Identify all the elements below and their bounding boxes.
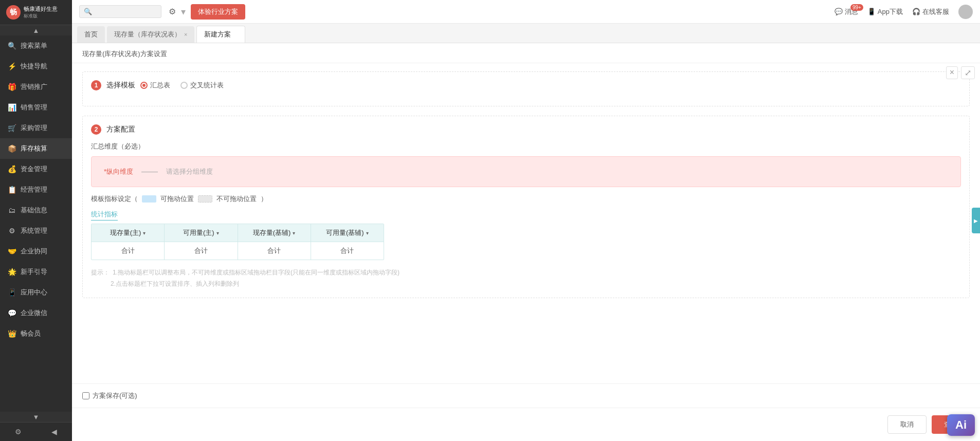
sidebar-item-newbie[interactable]: 🌟 新手引导 [0, 262, 72, 282]
sidebar-scroll-up[interactable]: ▲ [0, 25, 72, 35]
sidebar-item-wechat[interactable]: 💬 企业微信 [0, 303, 72, 323]
sidebar-scroll-down[interactable]: ▼ [0, 412, 72, 422]
step2: 2 方案配置 汇总维度（必选） *纵向维度 —— 请选择分组维度 模板指标设定（… [82, 116, 970, 298]
dimension-arrow: —— [141, 167, 158, 176]
search-box[interactable]: 🔍 [79, 5, 161, 18]
sidebar-item-inventory[interactable]: 📦 库存核算 [0, 138, 72, 159]
app-download-button[interactable]: 📱 App下载 [867, 7, 903, 16]
col-data-0: 合计 [92, 242, 165, 260]
sidebar-nav: 🔍 搜索菜单 ⚡ 快捷导航 🎁 营销推广 📊 销售管理 🛒 采购管理 📦 库存核… [0, 35, 72, 412]
radio-cross-label: 交叉统计表 [190, 81, 224, 90]
sidebar-item-marketing[interactable]: 🎁 营销推广 [0, 77, 72, 97]
col-data-2: 合计 [238, 242, 311, 260]
sidebar-item-label: 快捷导航 [21, 62, 47, 71]
col-chevron-3[interactable]: ▾ [366, 230, 369, 236]
sidebar-item-basic[interactable]: 🗂 基础信息 [0, 200, 72, 220]
sidebar-item-label: 应用中心 [21, 288, 47, 297]
tab-new-close[interactable]: × [234, 31, 237, 38]
trial-button[interactable]: 体验行业方案 [191, 4, 245, 20]
tips-title: 提示： [91, 267, 110, 279]
marketing-icon: 🎁 [7, 82, 16, 91]
sidebar-item-system[interactable]: ⚙ 系统管理 [0, 220, 72, 241]
dimension-placeholder: 请选择分组维度 [166, 167, 213, 176]
sidebar: 畅 畅康通好生意 标准版 ▲ 🔍 搜索菜单 ⚡ 快捷导航 🎁 营销推广 📊 销售… [0, 0, 72, 441]
save-checkbox[interactable] [82, 392, 89, 399]
sidebar-item-search[interactable]: 🔍 搜索菜单 [0, 35, 72, 56]
search-input[interactable] [94, 8, 151, 15]
sidebar-item-enterprise[interactable]: 🤝 企业协同 [0, 241, 72, 262]
window-resize-button[interactable]: ⤢ [961, 66, 975, 79]
col-data-3: 合计 [311, 242, 384, 260]
finance-icon: 💰 [7, 164, 16, 174]
inventory-icon: 📦 [7, 144, 16, 153]
sidebar-collapse-button[interactable]: ◀ [36, 422, 72, 441]
sidebar-item-label: 系统管理 [21, 226, 47, 235]
tab-inventory-close[interactable]: × [184, 31, 187, 38]
sidebar-item-shortcut[interactable]: ⚡ 快捷导航 [0, 56, 72, 77]
sidebar-item-label: 基础信息 [21, 206, 47, 215]
cancel-button[interactable]: 取消 [887, 415, 927, 434]
page-header: 现存量(库存状况表)方案设置 [72, 43, 980, 63]
app-edition: 标准版 [24, 13, 58, 20]
sidebar-item-purchase[interactable]: 🛒 采购管理 [0, 118, 72, 138]
aggregate-label: 汇总维度（必选） [91, 142, 961, 151]
col-header-0[interactable]: 现存量(主) ▾ [92, 224, 165, 242]
radio-cross[interactable]: 交叉统计表 [180, 81, 224, 90]
dropdown-arrow[interactable]: ▾ [181, 6, 186, 17]
ai-badge[interactable]: Ai [947, 414, 975, 436]
col-label-3: 可用量(基辅) [326, 228, 364, 237]
step2-title: 方案配置 [106, 125, 135, 134]
dimension-required: *纵向维度 [104, 167, 133, 176]
gear-icon[interactable]: ⚙ [169, 7, 176, 16]
basic-icon: 🗂 [7, 206, 16, 215]
headset-icon: 🎧 [912, 8, 920, 15]
col-header-3[interactable]: 可用量(基辅) ▾ [311, 224, 384, 242]
tab-inventory-status[interactable]: 现存量（库存状况表） × [107, 26, 194, 43]
app-icon: 📱 [867, 8, 876, 15]
window-close-button[interactable]: × [946, 66, 958, 79]
sidebar-item-appstore[interactable]: 📱 应用中心 [0, 282, 72, 303]
appstore-icon: 📱 [7, 288, 16, 297]
tab-home[interactable]: 首页 [77, 26, 105, 43]
operation-icon: 📋 [7, 185, 16, 194]
save-option: 方案保存(可选) [72, 383, 980, 408]
right-panel-toggle[interactable]: ▶ [972, 208, 980, 233]
online-service-button[interactable]: 🎧 在线客服 [912, 7, 949, 16]
template-label-end: ） [261, 194, 267, 204]
tip-1: 提示： 1.拖动标题栏可以调整布局，不可跨维度或指标区域拖动栏目字段(只能在同一… [91, 267, 961, 279]
sidebar-item-sales[interactable]: 📊 销售管理 [0, 97, 72, 118]
fixed-label: 不可拖动位置 [216, 194, 257, 204]
stats-section: 统计指标 现存量(主) ▾ 可用量(主) ▾ [91, 210, 961, 260]
sidebar-item-label: 销售管理 [21, 103, 47, 112]
tab-new-scheme[interactable]: 新建方案 × [196, 26, 245, 43]
dimension-box[interactable]: *纵向维度 —— 请选择分组维度 [91, 156, 961, 187]
sidebar-item-label: 企业协同 [21, 247, 47, 256]
col-header-1[interactable]: 可用量(主) ▾ [165, 224, 238, 242]
col-chevron-1[interactable]: ▾ [216, 230, 219, 236]
tip-2: 2.点击标题栏下拉可设置排序、插入列和删除列 [91, 279, 961, 290]
app-icon: 畅 [6, 5, 21, 20]
sidebar-item-finance[interactable]: 💰 资金管理 [0, 159, 72, 179]
col-chevron-0[interactable]: ▾ [143, 230, 146, 236]
step2-num: 2 [91, 124, 101, 135]
sidebar-item-member[interactable]: 👑 畅会员 [0, 323, 72, 344]
sidebar-item-label: 畅会员 [21, 329, 41, 338]
system-icon: ⚙ [7, 226, 16, 235]
topbar: 🔍 ⚙ ▾ 体验行业方案 💬 消息 99+ 📱 App下载 🎧 在线客服 [72, 0, 980, 24]
sidebar-item-operation[interactable]: 📋 经营管理 [0, 179, 72, 200]
message-button[interactable]: 💬 消息 99+ [834, 7, 858, 16]
sidebar-item-label: 新手引导 [21, 267, 47, 277]
panel: 1 选择模板 汇总表 交叉统计表 [72, 63, 980, 383]
template-label-text: 模板指标设定（ [91, 194, 138, 204]
radio-summary[interactable]: 汇总表 [140, 81, 170, 90]
col-chevron-2[interactable]: ▾ [293, 230, 295, 236]
avatar[interactable] [958, 5, 973, 19]
main-area: 🔍 ⚙ ▾ 体验行业方案 💬 消息 99+ 📱 App下载 🎧 在线客服 [72, 0, 980, 441]
col-header-2[interactable]: 现存量(基辅) ▾ [238, 224, 311, 242]
sidebar-item-label: 营销推广 [21, 82, 47, 91]
topbar-right: 💬 消息 99+ 📱 App下载 🎧 在线客服 [834, 5, 973, 19]
tip-1-text: 1.拖动标题栏可以调整布局，不可跨维度或指标区域拖动栏目字段(只能在同一维度或指… [113, 267, 400, 279]
sidebar-item-label: 企业微信 [21, 308, 47, 318]
sidebar-settings-button[interactable]: ⚙ [0, 422, 36, 441]
wechat-icon: 💬 [7, 308, 16, 318]
